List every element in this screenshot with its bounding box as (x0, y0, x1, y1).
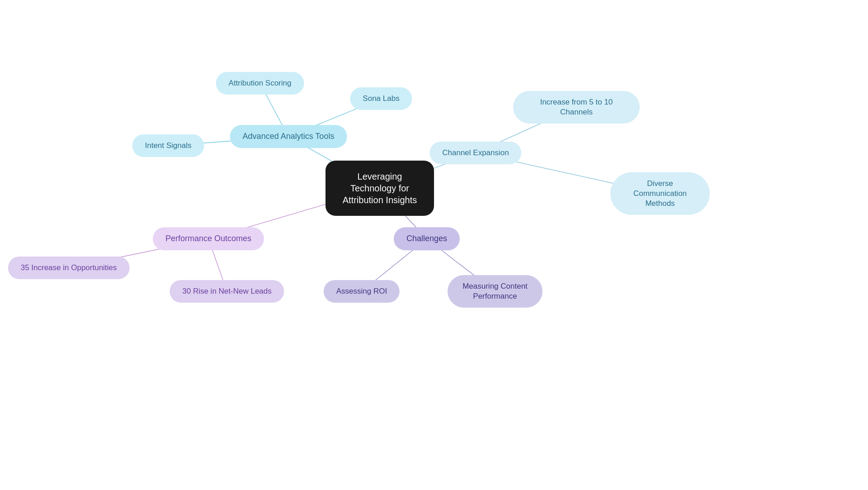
mindmap-container: Leveraging Technology for Attribution In… (0, 0, 868, 490)
node-center[interactable]: Leveraging Technology for Attribution In… (326, 161, 434, 216)
node-rise-net-new-leads[interactable]: 30 Rise in Net-New Leads (170, 280, 284, 303)
node-attribution-scoring[interactable]: Attribution Scoring (216, 72, 304, 95)
node-increase-opportunities[interactable]: 35 Increase in Opportunities (8, 257, 130, 279)
node-increase-channels[interactable]: Increase from 5 to 10 Channels (513, 91, 640, 124)
node-advanced-analytics[interactable]: Advanced Analytics Tools (230, 125, 347, 148)
node-challenges[interactable]: Challenges (394, 227, 460, 250)
node-intent-signals[interactable]: Intent Signals (132, 134, 204, 157)
node-assessing-roi[interactable]: Assessing ROI (324, 280, 400, 303)
node-sona-labs[interactable]: Sona Labs (350, 87, 412, 110)
node-performance-outcomes[interactable]: Performance Outcomes (153, 227, 264, 250)
node-measuring-content[interactable]: Measuring Content Performance (448, 275, 542, 308)
node-diverse-communication[interactable]: Diverse Communication Methods (610, 172, 710, 215)
node-channel-expansion[interactable]: Channel Expansion (429, 142, 521, 164)
